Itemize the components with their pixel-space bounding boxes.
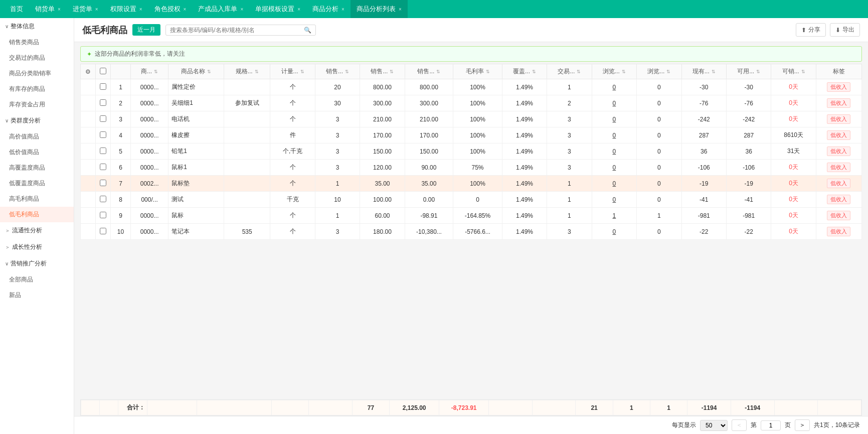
- sidebar-item-in-stock[interactable]: 有库存的商品: [0, 81, 74, 97]
- th-transaction[interactable]: 交易... ⇅: [547, 64, 592, 79]
- sidebar-item-new-products[interactable]: 新品: [0, 287, 74, 303]
- sort-icon[interactable]: ⇅: [390, 69, 394, 74]
- nav-permission-settings[interactable]: 权限设置 ×: [104, 0, 148, 18]
- cell-tag: 低收入: [816, 111, 861, 127]
- sidebar-group-overview[interactable]: ∨ 整体信息: [0, 18, 74, 35]
- th-sales-amount[interactable]: 销售... ⇅: [360, 64, 405, 79]
- search-icon[interactable]: 🔍: [304, 27, 311, 34]
- sidebar-item-low-value[interactable]: 低价值商品: [0, 144, 74, 160]
- row-checkbox[interactable]: [100, 148, 106, 154]
- th-gross-rate[interactable]: 毛利率 ⇅: [453, 64, 502, 79]
- th-code[interactable]: 商... ⇅: [130, 64, 168, 79]
- sort-icon[interactable]: ⇅: [300, 69, 304, 74]
- th-sales-qty[interactable]: 销售... ⇅: [315, 64, 360, 79]
- sort-icon[interactable]: ⇅: [801, 69, 805, 74]
- settings-icon[interactable]: ⚙: [85, 68, 91, 75]
- cell-gross-rate: 100%: [453, 79, 502, 95]
- nav-role-auth[interactable]: 角色授权 ×: [148, 0, 193, 18]
- th-coverage[interactable]: 覆盖... ⇅: [502, 64, 547, 79]
- page-size-select[interactable]: 50 100 200: [700, 420, 728, 431]
- th-sellable[interactable]: 可销... ⇅: [771, 64, 816, 79]
- sidebar-group-growth[interactable]: ＞ 成长性分析: [0, 239, 74, 255]
- th-browse2[interactable]: 浏览... ⇅: [637, 64, 681, 79]
- row-checkbox[interactable]: [100, 180, 106, 186]
- sort-icon[interactable]: ⇅: [255, 69, 259, 74]
- close-icon[interactable]: ×: [139, 7, 142, 12]
- sort-icon[interactable]: ⇅: [345, 69, 349, 74]
- row-checkbox[interactable]: [100, 115, 106, 122]
- row-checkbox[interactable]: [100, 164, 106, 170]
- nav-sales-order[interactable]: 销货单 ×: [29, 0, 67, 18]
- row-checkbox[interactable]: [100, 99, 106, 106]
- date-filter-button[interactable]: 近一月: [132, 24, 160, 36]
- close-icon[interactable]: ×: [399, 7, 402, 12]
- prev-page-button[interactable]: ＜: [732, 419, 747, 431]
- browse1-link[interactable]: 0: [613, 180, 616, 187]
- nav-template-settings[interactable]: 单据模板设置 ×: [249, 0, 306, 18]
- browse1-link[interactable]: 0: [613, 132, 616, 139]
- share-button[interactable]: ⬆ 分享: [796, 23, 826, 37]
- th-spec[interactable]: 规格... ⇅: [224, 64, 270, 79]
- row-checkbox[interactable]: [100, 228, 106, 234]
- browse1-link[interactable]: 0: [613, 84, 616, 91]
- cell-sellable: 0天: [771, 111, 816, 127]
- sort-icon[interactable]: ⇅: [532, 69, 536, 74]
- th-settings[interactable]: ⚙: [81, 64, 96, 79]
- sidebar-item-high-margin[interactable]: 高毛利商品: [0, 191, 74, 207]
- browse1-link[interactable]: 0: [613, 164, 616, 171]
- select-all-checkbox[interactable]: [100, 68, 106, 74]
- row-checkbox[interactable]: [100, 131, 106, 138]
- close-icon[interactable]: ×: [58, 7, 61, 12]
- sidebar-group-cluster[interactable]: ∨ 类群度分析: [0, 112, 74, 129]
- sort-icon[interactable]: ⇅: [666, 69, 670, 74]
- row-checkbox[interactable]: [100, 196, 106, 202]
- th-sales-profit[interactable]: 销售... ⇅: [405, 64, 453, 79]
- sort-icon[interactable]: ⇅: [577, 69, 581, 74]
- nav-purchase-order[interactable]: 进货单 ×: [67, 0, 104, 18]
- sidebar-item-high-coverage[interactable]: 高覆盖度商品: [0, 160, 74, 176]
- browse1-link[interactable]: 0: [613, 116, 616, 123]
- sort-icon[interactable]: ⇅: [756, 69, 760, 74]
- next-page-button[interactable]: ＞: [795, 419, 810, 431]
- browse1-link[interactable]: 0: [613, 228, 616, 235]
- sidebar-item-low-margin[interactable]: 低毛利商品: [0, 207, 74, 222]
- search-input[interactable]: [170, 27, 302, 34]
- sort-icon[interactable]: ⇅: [622, 69, 626, 74]
- th-unit[interactable]: 计量... ⇅: [270, 64, 315, 79]
- browse1-link[interactable]: 0: [613, 100, 616, 107]
- th-available[interactable]: 可用... ⇅: [726, 64, 771, 79]
- sidebar-item-low-coverage[interactable]: 低覆盖度商品: [0, 176, 74, 191]
- th-browse1[interactable]: 浏览... ⇅: [592, 64, 636, 79]
- browse1-link[interactable]: 1: [613, 212, 616, 219]
- th-name[interactable]: 商品名称 ⇅: [168, 64, 224, 79]
- nav-product-storage[interactable]: 产成品入库单 ×: [192, 0, 249, 18]
- sidebar-item-inventory-capital[interactable]: 库存资金占用: [0, 97, 74, 112]
- sort-icon[interactable]: ⇅: [436, 69, 440, 74]
- export-button[interactable]: ⬇ 导出: [830, 23, 860, 37]
- browse1-link[interactable]: 0: [613, 148, 616, 155]
- sidebar-group-circulation[interactable]: ＞ 流通性分析: [0, 222, 74, 239]
- close-icon[interactable]: ×: [341, 7, 344, 12]
- close-icon[interactable]: ×: [184, 7, 187, 12]
- nav-home[interactable]: 首页: [4, 0, 29, 18]
- sidebar-item-traded-products[interactable]: 交易过的商品: [0, 50, 74, 66]
- sidebar-item-high-value[interactable]: 高价值商品: [0, 129, 74, 144]
- sort-icon[interactable]: ⇅: [154, 69, 158, 74]
- close-icon[interactable]: ×: [297, 7, 300, 12]
- close-icon[interactable]: ×: [240, 7, 243, 12]
- sidebar-group-marketing[interactable]: ∨ 营销推广分析: [0, 255, 74, 272]
- page-number-input[interactable]: [761, 420, 781, 430]
- th-current-stock[interactable]: 现有... ⇅: [681, 64, 726, 79]
- nav-product-analysis[interactable]: 商品分析 ×: [306, 0, 351, 18]
- row-checkbox[interactable]: [100, 83, 106, 90]
- sort-icon[interactable]: ⇅: [207, 69, 211, 74]
- nav-product-analysis-list[interactable]: 商品分析列表 ×: [351, 0, 408, 18]
- sidebar-item-sales-products[interactable]: 销售类商品: [0, 35, 74, 50]
- sidebar-item-all-products[interactable]: 全部商品: [0, 272, 74, 287]
- sidebar-item-category-rate[interactable]: 商品分类助销率: [0, 66, 74, 81]
- close-icon[interactable]: ×: [95, 7, 98, 12]
- sort-icon[interactable]: ⇅: [486, 69, 490, 74]
- browse1-link[interactable]: 0: [613, 196, 616, 203]
- row-checkbox[interactable]: [100, 212, 106, 218]
- sort-icon[interactable]: ⇅: [712, 69, 716, 74]
